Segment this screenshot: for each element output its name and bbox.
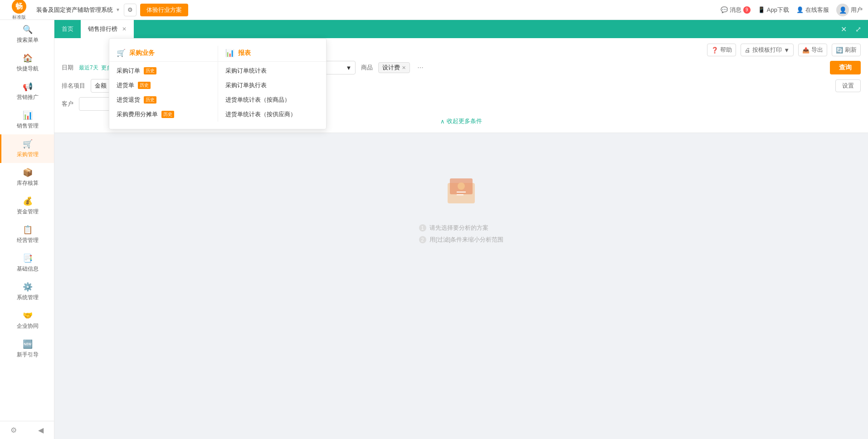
- collapse-label: 收起更多条件: [447, 117, 482, 125]
- goods-label: 商品: [361, 64, 373, 72]
- sidebar-icon-finance: 💰: [23, 196, 33, 206]
- goods-tag-value: 设计费: [382, 64, 400, 72]
- purchase-item[interactable]: 采购费用分摊单历史: [109, 107, 218, 122]
- collapse-button[interactable]: ∧ 收起更多条件: [440, 117, 482, 125]
- sidebar-item-search[interactable]: 🔍搜索菜单: [0, 20, 54, 49]
- sidebar: 🔍搜索菜单🏠快捷导航📢营销推广📊销售管理🛒采购管理📦库存核算💰资金管理📋经营管理…: [0, 20, 54, 439]
- dropdown-item-label: 采购订单统计表: [225, 67, 267, 75]
- purchase-col-label: 采购业务: [129, 49, 155, 57]
- dropdown-item-label: 进货单: [117, 81, 134, 89]
- dropdown-item-label: 采购订单执行表: [225, 81, 267, 89]
- history-badge: 历史: [161, 111, 174, 118]
- collapse-up-icon: ∧: [440, 118, 445, 125]
- tab-home[interactable]: 首页: [54, 20, 81, 38]
- sidebar-icon-marketing: 📢: [23, 82, 33, 92]
- topbar-right: 💬 消息 9 📱 App下载 👤 在线客服 👤 用户: [721, 4, 863, 16]
- sidebar-icon-operations: 📋: [23, 225, 33, 235]
- service-icon: 👤: [796, 6, 804, 13]
- report-item[interactable]: 进货单统计表（按商品）: [218, 93, 327, 107]
- industry-button[interactable]: 体验行业方案: [140, 4, 188, 16]
- settings-icon[interactable]: ⚙: [10, 426, 17, 434]
- report-col-label: 报表: [238, 49, 251, 57]
- service-label: 在线客服: [805, 6, 829, 14]
- refresh-label: 刷新: [845, 46, 857, 54]
- report-item[interactable]: 采购订单执行表: [218, 78, 327, 93]
- settings-button[interactable]: ⚙: [124, 4, 137, 16]
- main-content: 首页 销售排行榜 ✕ ✕ ⤢ ❓ 帮助: [54, 20, 868, 439]
- sidebar-item-sales[interactable]: 📊销售管理: [0, 106, 54, 134]
- tip-text-2: 用[过滤]条件来缩小分析范围: [429, 236, 503, 243]
- tip-text-1: 请先选择要分析的方案: [429, 224, 488, 231]
- print-button[interactable]: 🖨 按模板打印 ▼: [741, 44, 794, 56]
- rank-value: 金额: [95, 82, 107, 90]
- print-icon: 🖨: [745, 47, 751, 54]
- goods-tag-close[interactable]: ✕: [402, 65, 406, 71]
- sidebar-label-quick: 快捷导航: [17, 65, 39, 73]
- set-button[interactable]: 设置: [835, 79, 861, 92]
- system-selector[interactable]: 装备及固定资产辅助管理系统 ▼: [36, 6, 120, 14]
- tab-ranking[interactable]: 销售排行榜 ✕: [81, 20, 134, 38]
- user-button[interactable]: 👤 用户: [836, 4, 863, 16]
- collapse-icon[interactable]: ◀: [38, 426, 44, 434]
- purchase-col: 🛒 采购业务 采购订单历史进货单历史进货退货历史采购费用分摊单历史: [109, 42, 218, 125]
- rank-label: 排名项目: [62, 82, 85, 90]
- history-badge: 历史: [144, 96, 156, 104]
- report-col-title: 📊 报表: [218, 46, 327, 62]
- sidebar-label-system: 系统管理: [17, 294, 39, 301]
- export-button[interactable]: 📤 导出: [798, 44, 827, 56]
- chevron-down-icon: ▼: [346, 64, 351, 71]
- sidebar-item-system[interactable]: ⚙️系统管理: [0, 277, 54, 306]
- dropdown-item-label: 采购订单: [117, 67, 140, 75]
- report-item[interactable]: 进货单统计表（按供应商）: [218, 107, 327, 122]
- refresh-button[interactable]: 🔄 刷新: [832, 44, 861, 56]
- sidebar-item-operations[interactable]: 📋经营管理: [0, 220, 54, 249]
- sidebar-label-operations: 经营管理: [17, 237, 39, 244]
- empty-tips: 1 请先选择要分析的方案 2 用[过滤]条件来缩小分析范围: [419, 222, 504, 246]
- help-button[interactable]: ❓ 帮助: [707, 44, 736, 56]
- chevron-down-icon: ▼: [116, 7, 120, 12]
- sidebar-icon-inventory: 📦: [23, 168, 33, 178]
- message-button[interactable]: 💬 消息 9: [721, 6, 751, 14]
- sidebar-label-purchase: 采购管理: [17, 151, 39, 158]
- sidebar-item-marketing[interactable]: 📢营销推广: [0, 77, 54, 106]
- print-label: 按模板打印: [752, 46, 782, 54]
- purchase-col-icon: 🛒: [117, 49, 126, 58]
- report-col-icon: 📊: [225, 49, 234, 58]
- tip-num-1: 1: [419, 224, 426, 232]
- sidebar-item-enterprise[interactable]: 🤝企业协同: [0, 306, 54, 335]
- purchase-item[interactable]: 进货退货历史: [109, 93, 218, 107]
- date-7days[interactable]: 最近7天: [79, 64, 98, 72]
- sidebar-item-guide[interactable]: 🆕新手引导: [0, 335, 54, 363]
- service-button[interactable]: 👤 在线客服: [796, 6, 829, 14]
- tab-ranking-label: 销售排行榜: [88, 25, 117, 33]
- sidebar-item-quick[interactable]: 🏠快捷导航: [0, 49, 54, 77]
- close-tab-icon[interactable]: ✕: [837, 23, 850, 35]
- sidebar-icon-purchase: 🛒: [23, 139, 33, 149]
- purchase-item[interactable]: 采购订单历史: [109, 64, 218, 78]
- phone-icon: 📱: [758, 6, 765, 13]
- close-icon[interactable]: ✕: [122, 26, 127, 32]
- sidebar-icon-enterprise: 🤝: [23, 311, 33, 321]
- sidebar-label-finance: 资金管理: [17, 208, 39, 216]
- app-label: App下载: [767, 6, 789, 14]
- sidebar-item-finance[interactable]: 💰资金管理: [0, 192, 54, 220]
- report-item[interactable]: 采购订单统计表: [218, 64, 327, 78]
- goods-more-btn[interactable]: ···: [417, 64, 423, 72]
- sidebar-item-purchase[interactable]: 🛒采购管理: [0, 134, 54, 163]
- sidebar-icon-guide: 🆕: [23, 339, 33, 349]
- app-download-button[interactable]: 📱 App下载: [758, 6, 789, 14]
- sidebar-item-inventory[interactable]: 📦库存核算: [0, 163, 54, 192]
- tip-num-2: 2: [419, 236, 426, 243]
- maximize-icon[interactable]: ⤢: [852, 23, 864, 35]
- tab-home-label: 首页: [62, 25, 73, 33]
- date-label: 日期: [62, 64, 73, 72]
- dropdown-item-label: 进货退货: [117, 96, 140, 104]
- sidebar-label-guide: 新手引导: [17, 351, 39, 359]
- logo-icon: 畅: [12, 0, 26, 14]
- dropdown-item-label: 进货单统计表（按供应商）: [225, 110, 296, 118]
- sidebar-item-basic[interactable]: 📑基础信息: [0, 249, 54, 277]
- message-icon: 💬: [721, 6, 728, 13]
- svg-point-2: [458, 183, 465, 190]
- query-button[interactable]: 查询: [830, 61, 861, 74]
- purchase-item[interactable]: 进货单历史: [109, 78, 218, 93]
